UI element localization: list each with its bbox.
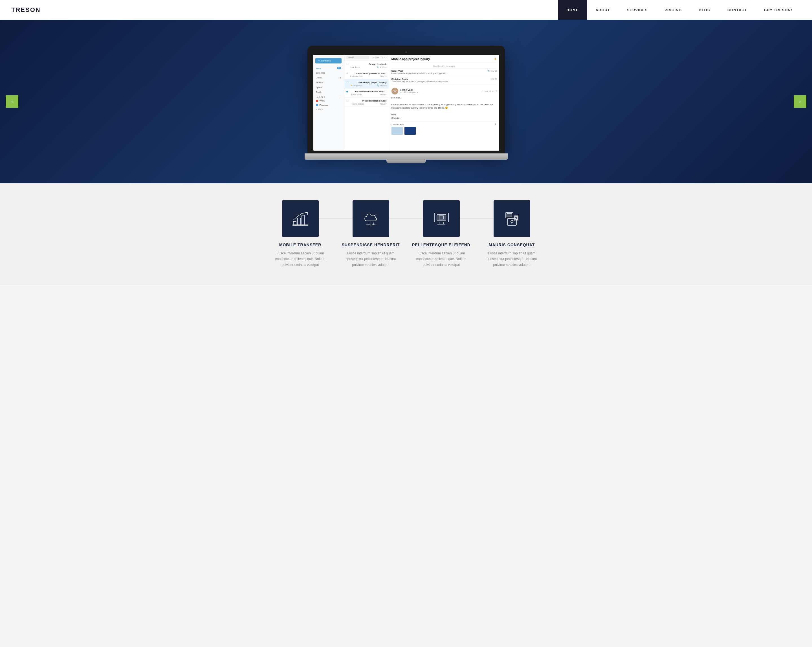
compose-button[interactable]: ✎ Compose <box>315 58 342 64</box>
email-detail: Mobile app project inquiry ★ Load 24 old… <box>389 55 499 151</box>
attachment-thumbnails <box>391 127 497 135</box>
sidebar-sent[interactable]: Sent mail <box>313 70 344 75</box>
thread-attachment-icon-1: 📎 <box>487 70 490 72</box>
labels-section: LABELS + <box>313 95 344 99</box>
download-all-icon[interactable]: ⬇ <box>495 123 497 126</box>
email-list: 1-24 of 112 ‹ › ☐ Design feedback <box>344 55 389 151</box>
feature-security: MAURIS CONSEQUAT Fusce interdum sapien u… <box>477 200 547 268</box>
nav-pricing[interactable]: PRICING <box>656 0 690 20</box>
message-star-icon[interactable]: ☆ <box>481 90 484 93</box>
nav-home[interactable]: HOME <box>558 0 587 20</box>
email-item-5[interactable]: ☐ Product design course ☆ Camilla Belle … <box>344 98 389 107</box>
email-client: ✎ Compose Inbox 3 Sent mail Dr <box>313 55 499 151</box>
more-actions-icon[interactable]: ▾ <box>496 90 497 93</box>
drafts-badge: 2 <box>340 77 341 79</box>
star-icon-5[interactable]: ☆ <box>350 103 352 105</box>
sidebar-inbox[interactable]: Inbox 3 <box>313 66 344 70</box>
feature-title-3: PELLENTESQUE ELEIFEND <box>412 243 470 247</box>
sender-name-1: Jack Jones <box>350 66 360 68</box>
message-date: Nov 11 <box>485 90 491 92</box>
prev-page-icon[interactable]: ‹ <box>384 56 385 59</box>
email-item-4[interactable]: Bistronome materials and s... ☆ Lewis Sm… <box>344 89 389 98</box>
attachment-icon-3: 📎 <box>377 84 379 87</box>
nav: HOME ABOUT SERVICES PRICING BLOG CONTACT… <box>558 0 801 20</box>
more-label: + More <box>316 108 323 111</box>
nav-about[interactable]: ABOUT <box>587 0 618 20</box>
svg-rect-11 <box>437 215 446 220</box>
features-grid: MOBILE TRANSFER Fusce interdum sapien ut… <box>265 200 547 268</box>
nav-blog[interactable]: BLOG <box>690 0 719 20</box>
next-page-icon[interactable]: › <box>386 56 387 59</box>
thread-sender-1: Serge Vasil <box>391 70 448 72</box>
time-3: Nov 09 <box>380 85 386 87</box>
sender-4: Bistronome materials and s... <box>355 90 387 93</box>
thread-sender-2: Christian Davis <box>391 78 450 80</box>
message-sender-name: Serge Vasil <box>400 89 418 92</box>
laptop-foot <box>386 160 426 163</box>
label-work[interactable]: Work <box>313 99 344 103</box>
star-icon-4[interactable]: ☆ <box>349 93 351 96</box>
labels-expand-icon[interactable]: + <box>339 96 341 98</box>
active-message: SV Serge Vasil To: Christian Davis ▾ ☆ N… <box>391 86 497 137</box>
svg-rect-17 <box>507 214 512 217</box>
laptop-hinge <box>305 153 508 160</box>
time-5: Nov 07 <box>380 103 386 105</box>
reply-icon[interactable]: ↩ <box>492 90 495 93</box>
trash-label: Trash <box>316 91 322 93</box>
personal-dot <box>316 104 318 106</box>
feature-desc-1: Fusce interdum sapien ut quam consectetu… <box>271 250 330 268</box>
feature-mobile-transfer: MOBILE TRANSFER Fusce interdum sapien ut… <box>265 200 336 268</box>
feature-cloud: SUSPENDISSE HENDRERIT Fusce interdum sap… <box>336 200 406 268</box>
logo: TRESON <box>11 6 41 14</box>
load-more[interactable]: Load 24 older messages <box>391 64 497 69</box>
time-2: Nov 10 <box>380 75 386 77</box>
email-item-2[interactable]: ✓ Is that what you had in min... Catheri… <box>344 70 389 79</box>
sidebar-trash[interactable]: Trash <box>313 90 344 95</box>
email-item-1[interactable]: ☐ Design feedback Jack Jones 📎 4:30pm <box>344 61 389 70</box>
nav-buy[interactable]: BUY TRESON! <box>756 0 801 20</box>
attachment-2[interactable] <box>404 127 416 135</box>
work-label: Work <box>319 99 325 102</box>
page-info: 1-24 of 112 <box>373 57 383 59</box>
chart-icon <box>292 210 309 227</box>
feature-title-2: SUSPENDISSE HENDRERIT <box>342 243 400 247</box>
star-icon-3[interactable]: ★ <box>350 84 352 87</box>
cloud-icon-wrap <box>353 200 389 237</box>
sidebar-drafts[interactable]: Drafts 2 <box>313 75 344 80</box>
sender-5: Product design course <box>362 99 387 102</box>
features-section: MOBILE TRANSFER Fusce interdum sapien ut… <box>0 183 812 285</box>
sidebar-spam[interactable]: Spam <box>313 85 344 90</box>
security-icon <box>504 210 520 227</box>
label-personal[interactable]: Personal <box>313 103 344 107</box>
sender-name-2: Catherine Tate <box>350 75 363 77</box>
header: TRESON HOME ABOUT SERVICES PRICING BLOG … <box>0 0 812 20</box>
checkbox-5[interactable]: ☐ <box>346 99 349 102</box>
nav-contact[interactable]: CONTACT <box>719 0 756 20</box>
checkbox-3[interactable]: ☐ <box>346 81 349 84</box>
security-icon-wrap <box>494 200 530 237</box>
message-actions: ☆ Nov 11 ↩ ▾ <box>481 90 497 93</box>
thread-preview-1: Lorem Ipsum is simply dummy text of the … <box>391 72 448 74</box>
checkbox-2[interactable]: ✓ <box>346 72 349 75</box>
sent-label: Sent mail <box>316 72 325 74</box>
more-labels[interactable]: + More <box>313 107 344 111</box>
work-dot <box>316 100 318 102</box>
nav-services[interactable]: SERVICES <box>618 0 656 20</box>
sender-avatar: SV <box>391 88 398 95</box>
feature-title-4: MAURIS CONSEQUAT <box>489 243 535 247</box>
search-input[interactable] <box>346 56 369 59</box>
checkbox-1[interactable]: ☐ <box>346 63 349 66</box>
carousel-next-button[interactable]: › <box>794 95 806 108</box>
email-item-3[interactable]: ☐ Mobile app project inquiry ★ Serge Vas… <box>344 79 389 89</box>
attachment-1[interactable] <box>391 127 403 135</box>
svg-rect-2 <box>302 215 305 225</box>
detail-star-icon[interactable]: ★ <box>494 57 497 61</box>
svg-rect-22 <box>515 216 517 220</box>
spam-label: Spam <box>316 86 322 89</box>
personal-label: Personal <box>319 104 328 106</box>
sidebar-archive[interactable]: Archive <box>313 80 344 85</box>
drafts-label: Drafts <box>316 76 322 79</box>
feature-title-1: MOBILE TRANSFER <box>279 243 322 247</box>
svg-rect-1 <box>298 218 301 225</box>
carousel-prev-button[interactable]: ‹ <box>6 95 18 108</box>
